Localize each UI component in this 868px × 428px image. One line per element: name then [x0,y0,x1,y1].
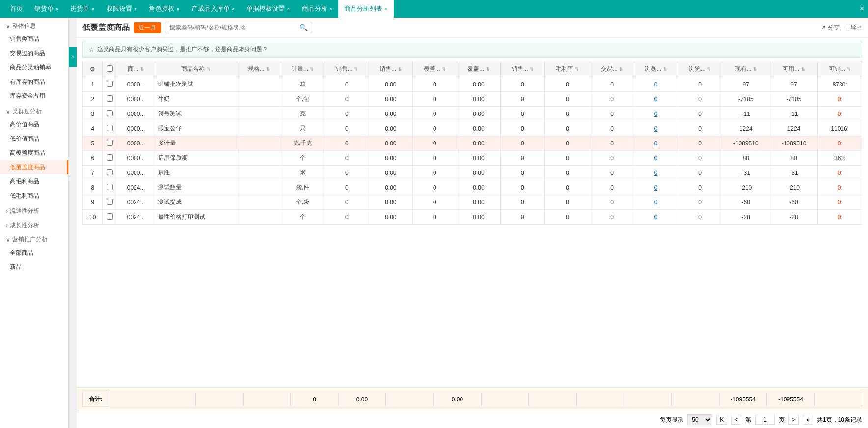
cell-checkbox[interactable] [103,210,117,225]
nav-analysis[interactable]: 商品分析 × [296,0,338,18]
export-button[interactable]: ↓ 导出 [845,24,862,32]
cell-browse1[interactable]: 0 [634,151,678,166]
sidebar-item-stocked-goods[interactable]: 有库存的商品 [0,75,68,89]
col-available[interactable]: 可用... ⇅ [770,61,818,77]
nav-product-in[interactable]: 产成品入库单 × [186,0,241,18]
row-checkbox[interactable] [107,110,113,116]
row-checkbox[interactable] [107,213,113,220]
cell-checkbox[interactable] [103,180,117,195]
cell-name[interactable]: 牛奶 [155,92,237,107]
period-button[interactable]: 近一月 [134,22,161,33]
sidebar-item-low-coverage[interactable]: 低覆盖度商品 [0,160,68,174]
cell-name[interactable]: 属性价格打印测试 [155,210,237,225]
sidebar-section-group[interactable]: ∨ 类群度分析 [0,103,68,117]
window-close-btn[interactable]: × [860,4,864,13]
col-coverage1[interactable]: 覆盖... ⇅ [413,61,457,77]
cell-checkbox[interactable] [103,77,117,92]
nav-sales[interactable]: 销货单 × [28,0,64,18]
sidebar-item-low-value[interactable]: 低价值商品 [0,132,68,146]
sidebar-item-high-value[interactable]: 高价值商品 [0,117,68,132]
cell-browse1[interactable]: 0 [634,77,678,92]
row-checkbox[interactable] [107,95,113,102]
col-margin[interactable]: 毛利率 ⇅ [544,61,590,77]
cell-browse1[interactable]: 0 [634,136,678,151]
cell-checkbox[interactable] [103,107,117,121]
col-browse1[interactable]: 浏览... ⇅ [634,61,678,77]
settings-icon[interactable]: ⚙ [90,66,95,73]
nav-close-template[interactable]: × [287,6,290,12]
next-page-btn[interactable]: > [788,415,799,425]
nav-permission[interactable]: 权限设置 × [101,0,143,18]
sidebar-item-sales-goods[interactable]: 销售类商品 [0,32,68,46]
sidebar-section-marketing[interactable]: ∨ 营销推广分析 [0,231,68,246]
row-checkbox[interactable] [107,125,113,131]
cell-checkbox[interactable] [103,136,117,151]
cell-name[interactable]: 旺铺批次测试 [155,77,237,92]
sidebar-item-high-margin[interactable]: 高毛利商品 [0,174,68,189]
cell-browse1[interactable]: 0 [634,180,678,195]
col-current-stock[interactable]: 现有... ⇅ [722,61,770,77]
last-page-btn[interactable]: » [803,415,813,425]
nav-close-analysis-list[interactable]: × [384,6,387,12]
row-checkbox[interactable] [107,199,113,205]
page-size-select[interactable]: 20 50 100 [687,414,712,425]
nav-purchase[interactable]: 进货单 × [64,0,100,18]
cell-browse1[interactable]: 0 [634,121,678,136]
first-page-btn[interactable]: K [716,415,727,425]
sidebar-collapse-btn[interactable]: « [69,47,77,67]
cell-checkbox[interactable] [103,92,117,107]
cell-checkbox[interactable] [103,166,117,180]
col-sales-count[interactable]: 销售... ⇅ [325,61,369,77]
share-button[interactable]: ↗ 分享 [821,24,840,32]
nav-close-purchase[interactable]: × [91,6,94,12]
col-spec[interactable]: 规格... ⇅ [237,61,281,77]
col-settings[interactable]: ⚙ [83,61,103,77]
select-all-checkbox[interactable] [107,65,113,72]
nav-close-product-in[interactable]: × [232,6,235,12]
nav-close-permission[interactable]: × [134,6,137,12]
cell-checkbox[interactable] [103,195,117,210]
sidebar-item-high-coverage[interactable]: 高覆盖度商品 [0,146,68,160]
sidebar-item-new-goods[interactable]: 新品 [0,260,68,274]
cell-browse1[interactable]: 0 [634,107,678,121]
col-coverage2[interactable]: 覆盖... ⇅ [457,61,501,77]
nav-close-role[interactable]: × [176,6,179,12]
col-sales-amount[interactable]: 销售... ⇅ [369,61,413,77]
sidebar-item-traded-goods[interactable]: 交易过的商品 [0,46,68,60]
col-code[interactable]: 商... ⇅ [117,61,155,77]
cell-name[interactable]: 启用保质期 [155,151,237,166]
nav-template[interactable]: 单据模板设置 × [241,0,296,18]
cell-browse1[interactable]: 0 [634,166,678,180]
col-saleable[interactable]: 可销... ⇅ [818,61,862,77]
nav-close-sales[interactable]: × [55,6,58,12]
nav-analysis-list[interactable]: 商品分析列表 × [338,0,393,18]
cell-browse1[interactable]: 0 [634,210,678,225]
sidebar-section-flow[interactable]: › 流通性分析 [0,203,68,217]
row-checkbox[interactable] [107,169,113,175]
cell-name[interactable]: 属性 [155,166,237,180]
sidebar-item-all-goods[interactable]: 全部商品 [0,246,68,260]
col-transaction[interactable]: 交易... ⇅ [590,61,634,77]
row-checkbox[interactable] [107,140,113,146]
cell-name[interactable]: 测试数量 [155,180,237,195]
col-unit[interactable]: 计量... ⇅ [281,61,325,77]
cell-checkbox[interactable] [103,121,117,136]
row-checkbox[interactable] [107,154,113,161]
sidebar-item-stock-capital[interactable]: 库存资金占用 [0,89,68,103]
search-icon[interactable]: 🔍 [299,24,308,31]
search-input[interactable] [169,24,299,31]
row-checkbox[interactable] [107,81,113,87]
nav-home[interactable]: 首页 [4,0,28,18]
cell-browse1[interactable]: 0 [634,92,678,107]
cell-checkbox[interactable] [103,151,117,166]
col-name[interactable]: 商品名称 ⇅ [155,61,237,77]
col-browse2[interactable]: 浏览... ⇅ [678,61,722,77]
nav-close-analysis[interactable]: × [329,6,332,12]
nav-role[interactable]: 角色授权 × [143,0,185,18]
sidebar-section-growth[interactable]: › 成长性分析 [0,217,68,231]
row-checkbox[interactable] [107,184,113,190]
cell-browse1[interactable]: 0 [634,195,678,210]
sidebar-section-overall[interactable]: ∨ 整体信息 [0,18,68,32]
col-checkbox[interactable] [103,61,117,77]
col-sales-other[interactable]: 销售... ⇅ [501,61,545,77]
